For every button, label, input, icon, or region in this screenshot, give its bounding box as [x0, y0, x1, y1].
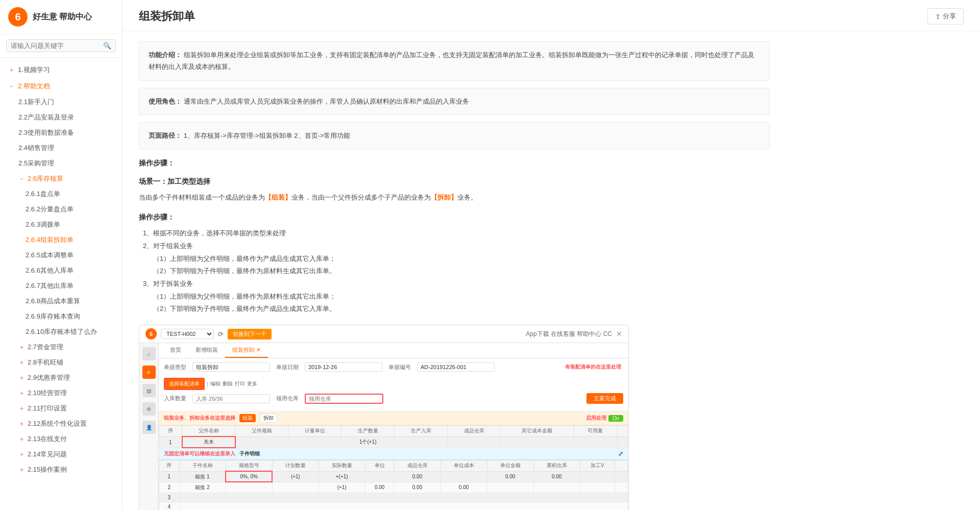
btn-print[interactable]: 打印	[235, 380, 245, 387]
sidebar-item-otherin[interactable]: 2.6.6其他入库单	[0, 263, 122, 278]
sidebar: 6 好生意 帮助中心 🔍 ＋ 1.视频学习 － 2.帮助文档 2.1新手入门 2…	[0, 0, 122, 510]
sidebar-item-cases[interactable]: ＋ 2.15操作案例	[0, 462, 122, 477]
app-inner: ⌂ ≡ ▤ ⚙ 👤 首页 新增组装 组装拆卸 ✕	[139, 343, 628, 510]
app-tab-bar: 首页 新增组装 组装拆卸 ✕	[159, 343, 628, 358]
type-input[interactable]	[192, 362, 270, 372]
main-header: 组装拆卸单 ⇧ 分享	[122, 0, 980, 31]
sidebar-item-docs[interactable]: － 2.帮助文档	[0, 78, 122, 94]
highlight-assembly: 【组装】	[265, 193, 291, 201]
type-badge-disassembly[interactable]: 拆卸	[260, 414, 277, 423]
sidebar-item-sysconfig[interactable]: ＋ 2.12系统个性化设置	[0, 416, 122, 431]
sidebar-item-inventory[interactable]: － 2.6库存核算	[0, 171, 122, 186]
btn-confirm[interactable]: 立案完成	[586, 393, 623, 404]
sidebar-item-otherout[interactable]: 2.6.7其他出库单	[0, 278, 122, 294]
expand-icon[interactable]: ⤢	[618, 450, 623, 457]
sidebar-item-new[interactable]: 2.1新手入门	[0, 94, 122, 110]
table-row: 2 箱批 2 (+1) 0.00 0.00 0.00	[159, 482, 628, 493]
sidebar-item-coupon[interactable]: ＋ 2.9优惠券管理	[0, 370, 122, 385]
td-available	[574, 436, 617, 448]
th-warehouse: 成品仓库	[448, 426, 501, 437]
app-tab-home[interactable]: 首页	[163, 343, 188, 358]
logo-area: 6 好生意 帮助中心	[0, 0, 122, 34]
path-block: 页面路径： 1、库存核算->库存管理->组装拆卸单 2、首页->常用功能	[139, 122, 770, 149]
sidebar-item-stockdistribute[interactable]: 2.6.2分量盘点单	[0, 202, 122, 217]
btn-edit[interactable]: 编辑	[210, 380, 220, 387]
status-on[interactable]: On	[608, 415, 623, 422]
sidebar-item-install[interactable]: 2.2产品安装及登录	[0, 110, 122, 125]
annotation-right-text: 启用处理	[586, 415, 606, 422]
plus-icon-faq: ＋	[18, 450, 25, 459]
search-box: 🔍	[6, 39, 116, 52]
num-label: 入库数量	[164, 395, 186, 402]
close-icon[interactable]: ✕	[616, 330, 622, 338]
step2-sub2: （2）下部明细为子件明细，最终作为原材料生成其它出库单。	[153, 265, 770, 278]
nav-icon-list[interactable]: ≡	[142, 366, 156, 379]
sidebar-item-purchase[interactable]: 2.5采购管理	[0, 156, 122, 171]
nav-icon-settings[interactable]: ⚙	[142, 402, 156, 416]
td-prod-in	[395, 436, 448, 448]
app-company-selector[interactable]: TEST-H002	[161, 329, 214, 339]
table-row: 1 关木 1个(+1)	[159, 436, 628, 448]
refresh-icon[interactable]: ⟳	[218, 330, 224, 338]
sidebar-item-online[interactable]: ＋ 2.13在线支付	[0, 431, 122, 447]
sidebar-item-stockerr[interactable]: 2.6.10库存账本错了么办	[0, 324, 122, 339]
app-topbar: 6 TEST-H002 ⟳ 切换到下一个 App下载 在线客服 帮助中心 CC …	[139, 325, 628, 343]
share-button[interactable]: ⇧ 分享	[927, 8, 964, 25]
type-label: 单据类型	[164, 363, 186, 371]
bottom-table: 序 子件名称 规格型号 计划数量 实际数量 单位 成品仓库 单位成本 单位金额	[159, 460, 628, 510]
nav-tree: ＋ 1.视频学习 － 2.帮助文档 2.1新手入门 2.2产品安装及登录 2.3…	[0, 58, 122, 510]
plus-icon-coupon: ＋	[18, 373, 25, 382]
bth-unit: 单位	[365, 460, 394, 472]
sidebar-item-print[interactable]: ＋ 2.11打印设置	[0, 401, 122, 416]
app-tab-assembly[interactable]: 组装拆卸 ✕	[225, 343, 268, 358]
sidebar-item-sales[interactable]: 2.4销售管理	[0, 140, 122, 156]
sidebar-item-data[interactable]: 2.3使用前数据准备	[0, 125, 122, 140]
sidebar-item-video[interactable]: ＋ 1.视频学习	[0, 62, 122, 78]
nav-icon-home[interactable]: ⌂	[142, 347, 156, 360]
bill-input[interactable]	[417, 362, 495, 372]
topbar-right-text: App下载 在线客服 帮助中心 CC	[526, 330, 612, 338]
warehouse-input[interactable]	[305, 394, 383, 404]
plus-icon-ops: ＋	[18, 388, 25, 398]
warehouse-label: 领用仓库	[276, 395, 299, 402]
sidebar-item-costcalc[interactable]: 2.6.8商品成本重算	[0, 294, 122, 309]
btn-more[interactable]: 更多	[247, 380, 257, 387]
bottom-table-container: 序 子件名称 规格型号 计划数量 实际数量 单位 成品仓库 单位成本 单位金额	[159, 460, 628, 510]
highlight-disassembly: 【拆卸】	[431, 193, 457, 201]
btn-select-assembly[interactable]: 选择装配清单	[164, 378, 205, 390]
th-parent-spec: 父件规格	[235, 426, 288, 437]
sidebar-item-funds[interactable]: ＋ 2.7资金管理	[0, 339, 122, 355]
sidebar-item-ops[interactable]: ＋ 2.10经营管理	[0, 385, 122, 401]
sidebar-item-stockcheck[interactable]: 2.6.1盘点单	[0, 186, 122, 202]
search-area: 🔍	[0, 34, 122, 58]
nav-icon-user[interactable]: 👤	[142, 421, 156, 434]
sidebar-item-faq[interactable]: ＋ 2.14常见问题	[0, 447, 122, 462]
share-icon: ⇧	[935, 13, 941, 20]
type-selector-left: 组装业务、拆卸业务在这里选择 组装 拆卸	[164, 414, 277, 423]
table-row: 3	[159, 493, 628, 502]
th-prod-qty: 生产数量	[341, 426, 395, 437]
search-icon[interactable]: 🔍	[103, 42, 111, 50]
app-btn-next[interactable]: 切换到下一个	[228, 329, 272, 339]
search-input[interactable]	[11, 42, 103, 50]
path-text: 1、库存核算->库存管理->组装拆卸单 2、首页->常用功能	[184, 132, 351, 139]
sidebar-item-stockquery[interactable]: 2.6.9库存账本查询	[0, 309, 122, 324]
bill-label: 单据编号	[388, 363, 411, 371]
th-seq: 序	[159, 426, 182, 437]
num-input[interactable]	[192, 394, 270, 403]
minus-icon: －	[8, 82, 15, 91]
plus-icon-cases: ＋	[18, 465, 25, 474]
nav-icon-chart[interactable]: ▤	[142, 384, 156, 397]
sidebar-item-mobile[interactable]: ＋ 2.8手机旺铺	[0, 355, 122, 370]
plus-icon-funds: ＋	[18, 343, 25, 352]
type-badge-assembly[interactable]: 组装	[239, 414, 256, 422]
section-type-selector: 组装业务、拆卸业务在这里选择 组装 拆卸 启用处理 On	[159, 411, 628, 425]
app-tab-newassembly[interactable]: 新增组装	[188, 343, 225, 358]
sidebar-item-assembly[interactable]: 2.6.4组装拆卸单	[0, 232, 122, 248]
bth-process: 加工V	[580, 460, 615, 472]
role-label: 使用角色：	[149, 98, 182, 105]
sidebar-item-adjust[interactable]: 2.6.3调拨单	[0, 217, 122, 232]
sidebar-item-costadj[interactable]: 2.6.5成本调整单	[0, 248, 122, 263]
date-input[interactable]	[305, 362, 382, 372]
btn-delete[interactable]: 删除	[223, 380, 233, 387]
